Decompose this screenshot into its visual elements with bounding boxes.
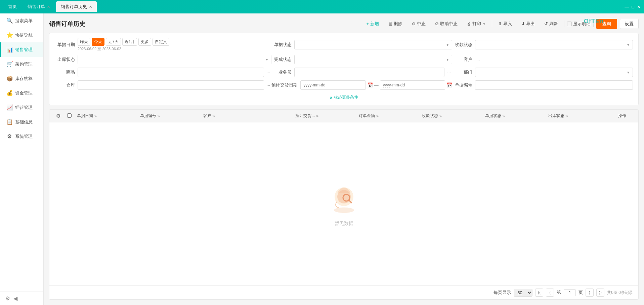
payment-status-label: 收款状态 xyxy=(452,42,472,48)
delete-button[interactable]: 🗑 删除 xyxy=(385,19,406,29)
sort-customer-icon[interactable]: ⇅ xyxy=(212,114,215,118)
refresh-button[interactable]: ↺ 刷新 xyxy=(541,19,561,29)
delivery-status-select[interactable]: ▼ xyxy=(78,55,271,64)
sidebar-label-operations: 经营管理 xyxy=(15,105,33,111)
page-size-select[interactable]: 50 10 20 100 xyxy=(514,289,532,297)
sidebar-item-finance[interactable]: 💰 资金管理 xyxy=(0,86,43,100)
toolbar-divider-2 xyxy=(564,21,564,27)
sort-order-amount-icon[interactable]: ⇅ xyxy=(376,114,379,118)
btn-1month[interactable]: 近1月 xyxy=(122,38,137,46)
search-icon: 🔍 xyxy=(6,17,12,24)
sidebar-item-purchase[interactable]: 🛒 采购管理 xyxy=(0,57,43,71)
sidebar: 🔍 搜索菜单 ⭐ 快捷导航 📊 销售管理 🛒 采购管理 📦 库存核算 💰 资金管… xyxy=(0,13,44,305)
sort-expected-delivery-icon[interactable]: ⇅ xyxy=(316,114,318,118)
delivery-status-label: 出库状态 xyxy=(55,56,75,63)
sidebar-item-base-info[interactable]: 📋 基础信息 xyxy=(0,115,43,129)
department-select[interactable]: ▼ xyxy=(475,68,633,77)
new-button[interactable]: + 新增 xyxy=(363,19,382,29)
filter-expected-date: 预计交货日期 📅 — 📅 xyxy=(271,80,452,90)
order-status-select[interactable]: ▼ xyxy=(294,40,452,49)
sidebar-item-sales[interactable]: 📊 销售管理 xyxy=(0,42,43,57)
warehouse-ellipsis-btn[interactable]: ··· xyxy=(265,83,272,88)
tab-home[interactable]: 首页 xyxy=(3,1,22,12)
close-sales-order-tab-icon[interactable]: ✕ xyxy=(47,5,50,9)
collapse-btn[interactable]: ∧ 收起更多条件 xyxy=(55,93,633,100)
total-records: 共0页,0条记录 xyxy=(607,290,633,296)
customer-ellipsis-btn[interactable]: ··· xyxy=(475,57,481,62)
product-input[interactable] xyxy=(78,68,264,77)
sidebar-collapse-icon[interactable]: ◀ xyxy=(13,295,17,302)
customer-control: ··· xyxy=(475,57,633,62)
th-settings-icon[interactable]: ⚙ xyxy=(52,113,64,119)
order-number-input[interactable] xyxy=(475,80,633,90)
payment-status-select[interactable]: ▼ xyxy=(475,40,633,49)
page-number-input[interactable] xyxy=(564,289,576,296)
collapse-up-icon: ∧ xyxy=(330,95,333,100)
btn-more[interactable]: 更多 xyxy=(138,38,151,46)
sort-order-status-icon[interactable]: ⇅ xyxy=(502,114,505,118)
query-button[interactable]: 查询 xyxy=(596,19,617,29)
sort-delivery-status-icon[interactable]: ⇅ xyxy=(565,114,568,118)
calendar-start-icon[interactable]: 📅 xyxy=(367,82,373,88)
import-button[interactable]: ⬆ 导入 xyxy=(495,19,515,29)
print-button[interactable]: 🖨 打印 ▼ xyxy=(464,19,489,29)
export-button-label: ⬇ 导出 xyxy=(521,21,535,27)
expected-date-end[interactable] xyxy=(380,80,445,90)
btn-yesterday[interactable]: 昨天 xyxy=(78,38,90,46)
btn-7days[interactable]: 近7天 xyxy=(106,38,121,46)
btn-today[interactable]: 今天 xyxy=(92,38,104,46)
sidebar-item-inventory[interactable]: 📦 库存核算 xyxy=(0,71,43,86)
filter-date: 单据日期 昨天 今天 近7天 近1月 更多 自定义 2023-06-02 xyxy=(55,38,271,51)
filter-panel: 单据日期 昨天 今天 近7天 近1月 更多 自定义 2023-06-02 xyxy=(49,33,639,105)
sidebar-item-search[interactable]: 🔍 搜索菜单 xyxy=(0,13,43,28)
page-prev-btn[interactable]: ⟨ xyxy=(546,289,554,297)
salesperson-ellipsis-btn[interactable]: ··· xyxy=(446,70,452,75)
tab-sales-order-history[interactable]: 销售订单历史 ✕ xyxy=(56,1,97,12)
stop-button[interactable]: ⊘ 中止 xyxy=(409,19,429,29)
sidebar-item-operations[interactable]: 📈 经营管理 xyxy=(0,100,43,115)
sidebar-item-system[interactable]: ⚙ 系统管理 xyxy=(0,129,43,144)
cancel-stop-button[interactable]: ⊘ 取消中止 xyxy=(432,19,461,29)
payment-status-arrow-icon: ▼ xyxy=(627,43,630,47)
btn-custom[interactable]: 自定义 xyxy=(153,38,169,46)
warehouse-input[interactable] xyxy=(78,80,264,90)
svg-point-0 xyxy=(334,207,354,213)
salesperson-input[interactable] xyxy=(294,68,444,77)
sort-order-date-icon[interactable]: ⇅ xyxy=(94,114,97,118)
page-first-btn[interactable]: ⟨⟨ xyxy=(535,289,543,297)
product-ellipsis-btn[interactable]: ··· xyxy=(265,70,272,75)
department-label: 部门 xyxy=(452,69,472,75)
print-button-label: 🖨 打印 xyxy=(467,21,481,27)
sort-payment-status-icon[interactable]: ⇅ xyxy=(439,114,442,118)
calendar-end-icon[interactable]: 📅 xyxy=(446,82,452,88)
show-detail-toggle[interactable]: 显示明细 xyxy=(567,21,591,27)
filter-salesperson: 业务员 ··· xyxy=(271,68,452,77)
expected-date-start[interactable] xyxy=(300,80,366,90)
select-all-checkbox[interactable] xyxy=(67,113,72,118)
show-detail-checkbox[interactable] xyxy=(567,22,572,26)
expected-date-group: 📅 — 📅 xyxy=(300,80,452,90)
sidebar-settings-icon[interactable]: ⚙ xyxy=(5,295,10,302)
tab-sales-order[interactable]: 销售订单 ✕ xyxy=(23,1,55,12)
sort-order-number-icon[interactable]: ⇅ xyxy=(157,114,160,118)
sidebar-label-system: 系统管理 xyxy=(15,134,33,140)
page-last-btn[interactable]: ⟩⟩ xyxy=(596,289,604,297)
date-group: 昨天 今天 近7天 近1月 更多 自定义 2023-06-02 至 2023-0… xyxy=(78,38,169,51)
th-checkbox[interactable] xyxy=(64,113,74,119)
export-button[interactable]: ⬇ 导出 xyxy=(518,19,539,29)
print-dropdown-icon[interactable]: ▼ xyxy=(482,22,486,26)
close-history-tab-icon[interactable]: ✕ xyxy=(89,5,92,9)
tab-sales-order-label: 销售订单 xyxy=(28,4,45,10)
window-close-icon[interactable]: ✕ xyxy=(637,4,641,9)
window-minimize-icon[interactable]: — xyxy=(625,4,629,9)
product-label: 商品 xyxy=(55,69,75,75)
page-next-btn[interactable]: ⟩ xyxy=(586,289,594,297)
sales-icon: 📊 xyxy=(6,46,12,53)
date-range-text: 2023-06-02 至 2023-06-02 xyxy=(78,46,169,51)
window-maximize-icon[interactable]: □ xyxy=(632,4,634,9)
th-order-number-label: 单据编号 xyxy=(140,113,156,119)
sidebar-item-quick-nav[interactable]: ⭐ 快捷导航 xyxy=(0,28,43,42)
complete-status-select[interactable]: ▼ xyxy=(294,55,452,64)
settings-button[interactable]: 设置 xyxy=(620,19,639,29)
filter-product: 商品 ··· xyxy=(55,68,271,77)
